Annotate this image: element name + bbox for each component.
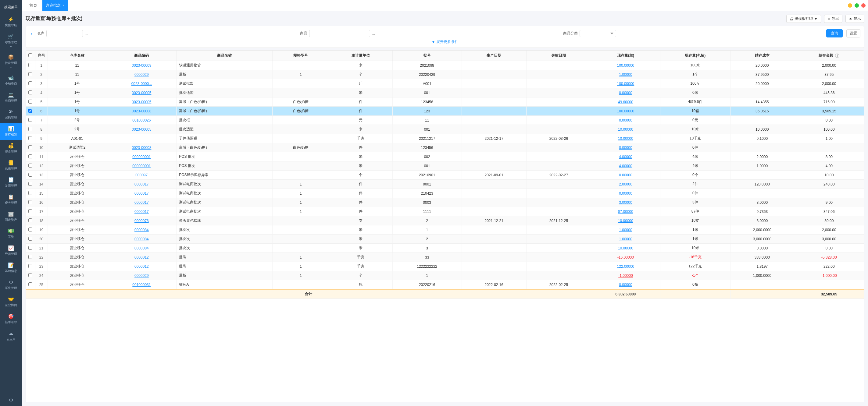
row-checkbox[interactable] — [26, 171, 35, 180]
sidebar-item-总账管理[interactable]: 📒 总账管理 — [0, 157, 22, 174]
row-code[interactable]: 0000017 — [107, 189, 177, 198]
row-checkbox[interactable] — [26, 216, 35, 225]
sidebar-item-电商管理[interactable]: 💻 电商管理 — [0, 89, 22, 106]
goods-input[interactable] — [309, 30, 370, 37]
row-code[interactable]: 0000029 — [107, 70, 177, 79]
row-code[interactable]: 0000029 — [107, 271, 177, 280]
row-checkbox[interactable] — [26, 225, 35, 235]
row-qty-main[interactable]: 10.00000 — [591, 134, 660, 143]
row-code[interactable]: 0023-0000... — [107, 79, 177, 88]
row-checkbox[interactable] — [26, 98, 35, 107]
settings-button[interactable]: 设置 — [846, 29, 860, 37]
row-qty-main[interactable]: 10.00000 — [591, 125, 660, 134]
row-code[interactable]: 0000017 — [107, 207, 177, 216]
row-qty-main[interactable]: 0.00000 — [591, 116, 660, 125]
row-checkbox[interactable] — [26, 116, 35, 125]
row-qty-main[interactable]: 100.00000 — [591, 79, 660, 88]
row-qty-main[interactable]: 0.00000 — [591, 143, 660, 152]
table-row[interactable]: 15 营业移仓 0000017 测试电商批次 1 件 210423 0.0000… — [26, 189, 864, 198]
row-checkbox[interactable] — [26, 70, 35, 79]
row-code[interactable]: 0000017 — [107, 198, 177, 207]
print-button[interactable]: 🖨 按模板打印 ▼ — [786, 14, 821, 23]
row-code[interactable]: 0000012 — [107, 253, 177, 262]
row-qty-main[interactable]: 0.00000 — [591, 280, 660, 290]
select-all-checkbox[interactable] — [28, 53, 32, 57]
row-checkbox[interactable] — [26, 253, 35, 262]
close-button[interactable] — [861, 3, 866, 8]
row-code[interactable]: 0000084 — [107, 225, 177, 235]
table-row[interactable]: 12 营业移仓 000900001 POS 批次 米 001 4.00000 4… — [26, 162, 864, 171]
row-checkbox[interactable] — [26, 207, 35, 216]
row-code[interactable]: 001000026 — [107, 116, 177, 125]
row-code[interactable]: 0023-00009 — [107, 61, 177, 70]
table-row[interactable]: 18 营业移仓 0000078 多头异色软线 支 2 2021-12-21 20… — [26, 216, 864, 225]
row-code[interactable]: 0000084 — [107, 235, 177, 244]
row-code[interactable]: 0023-00008 — [107, 143, 177, 152]
row-checkbox[interactable] — [26, 271, 35, 280]
sidebar-item-settings[interactable]: ⚙ — [0, 394, 22, 406]
row-checkbox[interactable] — [26, 244, 35, 253]
tab-close-icon[interactable]: × — [62, 4, 64, 7]
table-row[interactable]: 3 1号 0023-0000... 测试批次 斤 A001 100.00000 … — [26, 79, 864, 88]
table-row[interactable]: 14 营业移仓 0000017 测试电商批次 1 件 0001 2.00000 … — [26, 180, 864, 189]
row-qty-main[interactable]: 1.00000 — [591, 225, 660, 235]
row-checkbox[interactable] — [26, 198, 35, 207]
row-qty-main[interactable]: 2.00000 — [591, 180, 660, 189]
row-checkbox[interactable] — [26, 162, 35, 171]
minimize-button[interactable] — [848, 3, 852, 8]
sidebar-logo[interactable]: 搜索菜单 — [0, 2, 22, 12]
row-qty-main[interactable]: 100.00000 — [591, 107, 660, 116]
row-code[interactable] — [107, 134, 177, 143]
table-row[interactable]: 13 营业移仓 000097 POS显示库存异常 个 20210901 2021… — [26, 171, 864, 180]
table-row[interactable]: 2 11 0000029 展板 1 个 20220429 1.00000 1个 … — [26, 70, 864, 79]
row-checkbox[interactable] — [26, 152, 35, 162]
row-qty-main[interactable]: -1.00000 — [591, 271, 660, 280]
table-row[interactable]: 20 营业移仓 0000084 批次次 米 2 1.00000 1米 3,000… — [26, 235, 864, 244]
row-checkbox[interactable] — [26, 235, 35, 244]
table-row[interactable]: 17 营业移仓 0000017 测试电商批次 1 件 1111 87.00000… — [26, 207, 864, 216]
display-button[interactable]: 👁 显示 — [845, 14, 864, 23]
expand-conditions-button[interactable]: ▼ 展开更多条件 — [30, 39, 860, 44]
row-qty-main[interactable]: 87.00000 — [591, 207, 660, 216]
row-code[interactable]: 0000078 — [107, 216, 177, 225]
row-code[interactable]: 0023-00005 — [107, 98, 177, 107]
row-checkbox[interactable] — [26, 79, 35, 88]
row-code[interactable]: 0023-00005 — [107, 125, 177, 134]
row-checkbox[interactable] — [26, 125, 35, 134]
sidebar-item-税务管理[interactable]: 📋 税务管理 — [0, 191, 22, 208]
table-row[interactable]: 11 营业移仓 000900001 POS 批次 米 002 4.00000 4… — [26, 152, 864, 162]
row-code[interactable]: 001000031 — [107, 280, 177, 290]
row-qty-main[interactable]: 4.00000 — [591, 152, 660, 162]
row-checkbox[interactable] — [26, 61, 35, 70]
row-code[interactable]: 0023-00008 — [107, 107, 177, 116]
sidebar-item-小鲸电商[interactable]: 🐋 小鲸电商 — [0, 72, 22, 89]
filter-arrow-icon[interactable]: › — [30, 31, 34, 36]
warehouse-input[interactable] — [46, 30, 83, 37]
sidebar-item-快捷导航[interactable]: ⚡ 快捷导航 — [0, 13, 22, 30]
search-button[interactable]: 查询 — [826, 29, 843, 37]
tab-home[interactable]: 首页 — [24, 0, 42, 11]
category-select[interactable] — [580, 30, 616, 37]
sidebar-item-企业协同[interactable]: 🤝 企业协同 — [0, 293, 22, 310]
sidebar-item-工资[interactable]: 💵 工资 — [0, 225, 22, 242]
row-code[interactable]: 000900001 — [107, 152, 177, 162]
row-checkbox[interactable] — [26, 143, 35, 152]
table-row[interactable]: 22 营业移仓 0000012 批号 1 千克 33 -16.00000 -16… — [26, 253, 864, 262]
table-row[interactable]: 1 11 0023-00009 软磁通用物管 米 2021098 100.000… — [26, 61, 864, 70]
row-checkbox[interactable] — [26, 280, 35, 290]
row-qty-main[interactable]: 10.00000 — [591, 216, 660, 225]
sidebar-item-固定资产[interactable]: 🏢 固定资产 — [0, 208, 22, 225]
row-code[interactable]: 0000084 — [107, 244, 177, 253]
row-qty-main[interactable]: 0.00000 — [591, 189, 660, 198]
export-button[interactable]: ⬆ 导出 — [824, 14, 842, 23]
row-code[interactable]: 000900001 — [107, 162, 177, 171]
table-row[interactable]: 25 营业移仓 001000031 鲜药A 瓶 20220216 2022-02… — [26, 280, 864, 290]
sidebar-item-资金管理[interactable]: 💰 资金管理 — [0, 140, 22, 157]
row-checkbox[interactable] — [26, 88, 35, 98]
sidebar-item-零售管理[interactable]: 🛒 零售管理 ▼ — [0, 30, 22, 51]
table-row[interactable]: 10 测试适塑2 0023-00008 富域（白色/奶糖） 白色/奶糖 件 12… — [26, 143, 864, 152]
table-row[interactable]: 23 营业移仓 0000012 批号 1 千克 1222222222 122.0… — [26, 262, 864, 271]
row-code[interactable]: 0000012 — [107, 262, 177, 271]
sidebar-item-云应用[interactable]: ☁ 云应用 — [0, 328, 22, 344]
sidebar-item-批发管理[interactable]: 📦 批发管理 ▼ — [0, 51, 22, 72]
